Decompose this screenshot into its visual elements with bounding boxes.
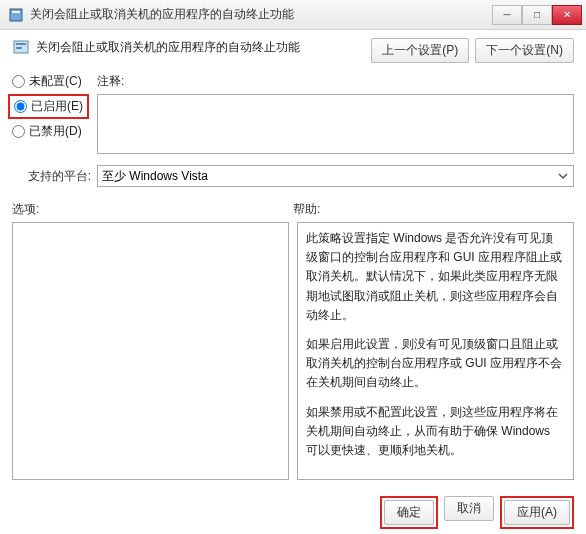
window-title: 关闭会阻止或取消关机的应用程序的自动终止功能 [30, 6, 492, 23]
radio-not-configured-label: 未配置(C) [29, 73, 82, 90]
options-pane[interactable] [12, 222, 289, 480]
next-setting-button[interactable]: 下一个设置(N) [475, 38, 574, 63]
help-paragraph: 如果启用此设置，则没有可见顶级窗口且阻止或取消关机的控制台应用程序或 GUI 应… [306, 335, 565, 393]
options-label: 选项: [12, 201, 293, 218]
ok-button[interactable]: 确定 [384, 500, 434, 525]
comment-label: 注释: [97, 73, 124, 90]
platform-row: 支持的平台: 至少 Windows Vista [12, 165, 574, 187]
radio-column: 未配置(C) 已启用(E) 已禁用(D) [12, 73, 97, 157]
help-paragraph: 此策略设置指定 Windows 是否允许没有可见顶级窗口的控制台应用程序和 GU… [306, 229, 565, 325]
svg-rect-3 [16, 43, 26, 45]
policy-title: 关闭会阻止或取消关机的应用程序的自动终止功能 [36, 39, 300, 56]
header-left: 关闭会阻止或取消关机的应用程序的自动终止功能 [12, 38, 371, 56]
svg-rect-1 [12, 11, 20, 13]
radio-enabled-input[interactable] [14, 100, 27, 113]
close-button[interactable]: ✕ [552, 5, 582, 25]
chevron-down-icon [555, 168, 571, 184]
comment-column: 注释: [97, 73, 574, 157]
radio-disabled-label: 已禁用(D) [29, 123, 82, 140]
svg-rect-0 [10, 9, 22, 21]
policy-icon [12, 38, 30, 56]
platform-value: 至少 Windows Vista [102, 169, 208, 183]
apply-button[interactable]: 应用(A) [504, 500, 570, 525]
cancel-wrap: 取消 [444, 496, 494, 529]
prev-setting-button[interactable]: 上一个设置(P) [371, 38, 469, 63]
comment-textarea[interactable] [97, 94, 574, 154]
radio-disabled-input[interactable] [12, 125, 25, 138]
help-pane[interactable]: 此策略设置指定 Windows 是否允许没有可见顶级窗口的控制台应用程序和 GU… [297, 222, 574, 480]
nav-buttons: 上一个设置(P) 下一个设置(N) [371, 38, 574, 63]
help-paragraph: 如果禁用或不配置此设置，则这些应用程序将在关机期间自动终止，从而有助于确保 Wi… [306, 403, 565, 461]
maximize-button[interactable]: □ [522, 5, 552, 25]
highlight-ok: 确定 [380, 496, 438, 529]
app-icon [8, 7, 24, 23]
content-area: 关闭会阻止或取消关机的应用程序的自动终止功能 上一个设置(P) 下一个设置(N)… [0, 30, 586, 488]
footer: 确定 取消 应用(A) [0, 488, 586, 534]
radio-disabled[interactable]: 已禁用(D) [12, 123, 97, 140]
header-row: 关闭会阻止或取消关机的应用程序的自动终止功能 上一个设置(P) 下一个设置(N) [12, 38, 574, 63]
highlight-enabled: 已启用(E) [8, 94, 89, 119]
highlight-apply: 应用(A) [500, 496, 574, 529]
help-label: 帮助: [293, 201, 574, 218]
platform-label: 支持的平台: [12, 168, 97, 185]
cancel-button[interactable]: 取消 [444, 496, 494, 521]
pane-labels: 选项: 帮助: [12, 201, 574, 218]
svg-rect-4 [16, 47, 22, 49]
radio-not-configured[interactable]: 未配置(C) [12, 73, 97, 90]
panes: 此策略设置指定 Windows 是否允许没有可见顶级窗口的控制台应用程序和 GU… [12, 222, 574, 480]
window-controls: ─ □ ✕ [492, 5, 582, 25]
platform-select[interactable]: 至少 Windows Vista [97, 165, 574, 187]
radio-not-configured-input[interactable] [12, 75, 25, 88]
minimize-button[interactable]: ─ [492, 5, 522, 25]
title-bar: 关闭会阻止或取消关机的应用程序的自动终止功能 ─ □ ✕ [0, 0, 586, 30]
config-area: 未配置(C) 已启用(E) 已禁用(D) 注释: [12, 73, 574, 157]
radio-enabled-label: 已启用(E) [31, 98, 83, 115]
radio-enabled[interactable]: 已启用(E) [14, 98, 83, 115]
